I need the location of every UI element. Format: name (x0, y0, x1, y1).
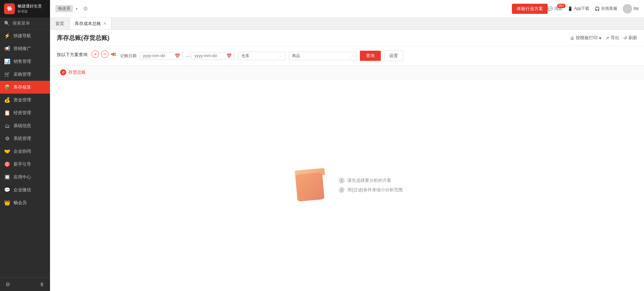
scheme-item-icon: 存 (60, 69, 66, 75)
app-download-label: App下载 (574, 6, 589, 11)
sidebar-item-sales[interactable]: 📊 销售管理 (0, 55, 50, 68)
tabbar: 首页 库存成本总账 ✕ (50, 18, 644, 30)
app-download-icon: 📱 (568, 6, 573, 11)
app-logo-icon: 畅 (4, 3, 15, 14)
filter-add-btns: + − ≪ (92, 50, 116, 58)
hint-text-2: 用[过滤]条件来缩小分析范围 (347, 187, 402, 193)
sidebar-item-inventory[interactable]: 📦 库存核算 (0, 81, 50, 94)
cooperation-icon: 🤝 (4, 148, 10, 154)
empty-hint-item-2: 2 用[过滤]条件来缩小分析范围 (339, 187, 402, 193)
sales-icon: 📊 (4, 58, 10, 65)
hint-text-1: 请先选择要分析的方案 (347, 177, 391, 184)
sidebar-item-cooperation[interactable]: 🤝 企业协同 (0, 145, 50, 158)
query-btn[interactable]: 查询 (360, 51, 381, 61)
marketing-icon: 📢 (4, 46, 10, 52)
basic-icon: 🗂 (4, 123, 10, 129)
refresh-btn[interactable]: ↺ 刷新 (623, 35, 637, 41)
online-service-label: 在线客服 (601, 6, 617, 11)
app-download-btn[interactable]: 📱 App下载 (568, 6, 589, 11)
sidebar-item-purchase[interactable]: 🛒 采购管理 (0, 68, 50, 81)
empty-box (295, 172, 325, 202)
sidebar-item-apps[interactable]: 🔲 应用中心 (0, 171, 50, 184)
operation-icon: 📋 (4, 110, 10, 116)
sidebar-item-guide[interactable]: 🎯 新手引导 (0, 158, 50, 171)
filter-collapse-btn[interactable]: ≪ (110, 51, 116, 57)
warehouse-more-icon[interactable]: ··· (278, 53, 282, 58)
sidebar-search-label: 搜索菜单 (13, 20, 30, 26)
sidebar-item-operation[interactable]: 📋 经营管理 (0, 106, 50, 119)
member-icon: 👑 (4, 200, 10, 206)
sidebar-search[interactable]: 🔍 搜索菜单 (0, 18, 50, 29)
date-separator: — (185, 53, 190, 58)
scheme-item-inventory[interactable]: 存 存货总账 (57, 68, 89, 77)
product-label: 商品 (292, 53, 300, 59)
filter-row-1: 记账日期 📅 — 📅 仓库 (120, 50, 637, 61)
product-select[interactable]: 商品 ··· (289, 52, 356, 60)
page-content: 库存总账(存货总账) 🖨 按模板打印 ▾ ↗ 导出 ↺ 刷新 按以下方案查询 (50, 30, 644, 291)
apps-icon: 🔲 (4, 174, 10, 180)
product-more-icon[interactable]: ··· (349, 53, 353, 58)
topbar-gear-icon[interactable]: ⚙ (83, 5, 88, 12)
sidebar-item-member[interactable]: 👑 畅会员 (0, 196, 50, 209)
guide-icon: 🎯 (4, 161, 10, 167)
system-icon: ⚙ (4, 136, 10, 142)
topbar: 畅捷通 ▾ ⚙ 体验行业方案 💬 消息 99+ 📱 App下载 🎧 在线客服 R… (50, 0, 644, 18)
sidebar-item-quick-nav[interactable]: ⚡ 快捷导航 (0, 29, 50, 42)
wechat-icon: 💬 (4, 187, 10, 193)
inventory-icon: 📦 (4, 84, 10, 90)
print-dropdown-icon: ▾ (599, 35, 601, 41)
tab-close-icon[interactable]: ✕ (103, 21, 106, 26)
user-avatar-btn[interactable]: Rit (623, 4, 639, 14)
print-icon: 🖨 (570, 35, 574, 41)
topbar-breadcrumb: 畅捷通 ▾ ⚙ (55, 5, 506, 12)
date-start-input[interactable] (143, 53, 173, 58)
filter-label: 按以下方案查询 (57, 52, 88, 58)
audio-footer-icon[interactable]: ⏸ (39, 282, 45, 288)
scheme-list: 存 存货总账 (50, 66, 644, 79)
page-header: 库存总账(存货总账) 🖨 按模板打印 ▾ ↗ 导出 ↺ 刷新 (50, 30, 644, 46)
industry-btn[interactable]: 体验行业方案 (512, 4, 548, 14)
tab-inventory-ledger[interactable]: 库存成本总账 ✕ (70, 18, 112, 29)
topbar-right: 💬 消息 99+ 📱 App下载 🎧 在线客服 Rit (548, 4, 639, 14)
breadcrumb-current: 畅捷通 (55, 5, 73, 12)
warehouse-label: 仓库 (241, 53, 249, 59)
sidebar-item-wechat[interactable]: 💬 企业微信 (0, 184, 50, 196)
sidebar-logo: 畅 畅捷通好生意 标准版 (0, 0, 50, 18)
refresh-icon: ↺ (623, 35, 627, 41)
avatar (623, 4, 632, 14)
export-btn[interactable]: ↗ 导出 (605, 35, 619, 41)
settings-footer-icon[interactable]: ⚙ (5, 281, 10, 288)
empty-hint: 1 请先选择要分析的方案 2 用[过滤]条件来缩小分析范围 (339, 177, 402, 193)
tab-home[interactable]: 首页 (50, 18, 70, 29)
date-range: 📅 — 📅 (140, 52, 235, 60)
warehouse-select[interactable]: 仓库 ··· (238, 52, 286, 60)
empty-hint-item-1: 1 请先选择要分析的方案 (339, 177, 402, 184)
hint-num-2: 2 (339, 187, 345, 193)
sidebar-item-system[interactable]: ⚙ 系统管理 (0, 132, 50, 145)
online-service-btn[interactable]: 🎧 在线客服 (595, 6, 617, 11)
page-header-actions: 🖨 按模板打印 ▾ ↗ 导出 ↺ 刷新 (570, 35, 637, 41)
sidebar-item-finance[interactable]: 💰 资金管理 (0, 94, 50, 106)
filter-remove-btn[interactable]: − (101, 50, 108, 58)
sidebar-nav: ⚡ 快捷导航 📢 营销推广 📊 销售管理 🛒 采购管理 📦 库存核算 💰 资金管… (0, 29, 50, 277)
sidebar-footer: ⚙ ⏸ (0, 277, 50, 291)
hint-num-1: 1 (339, 177, 345, 184)
purchase-icon: 🛒 (4, 71, 10, 77)
date-end-wrap: 📅 (192, 52, 235, 60)
settings-btn[interactable]: 设置 (384, 50, 403, 61)
calendar-start-icon[interactable]: 📅 (175, 53, 180, 58)
message-btn[interactable]: 💬 消息 99+ (548, 6, 562, 11)
message-badge: 99+ (557, 4, 566, 8)
empty-illustration (291, 167, 328, 204)
calendar-end-icon[interactable]: 📅 (226, 53, 232, 58)
service-icon: 🎧 (595, 6, 600, 11)
finance-icon: 💰 (4, 97, 10, 103)
sidebar-item-marketing[interactable]: 📢 营销推广 (0, 42, 50, 55)
sidebar-item-basic[interactable]: 🗂 基础信息 (0, 119, 50, 132)
scheme-item-label: 存货总账 (68, 69, 86, 75)
filter-add-btn[interactable]: + (92, 50, 99, 58)
date-end-input[interactable] (195, 53, 225, 58)
print-btn[interactable]: 🖨 按模板打印 ▾ (570, 35, 601, 41)
app-logo-text: 畅捷通好生意 标准版 (18, 4, 42, 14)
breadcrumb-arrow-icon[interactable]: ▾ (76, 6, 78, 11)
